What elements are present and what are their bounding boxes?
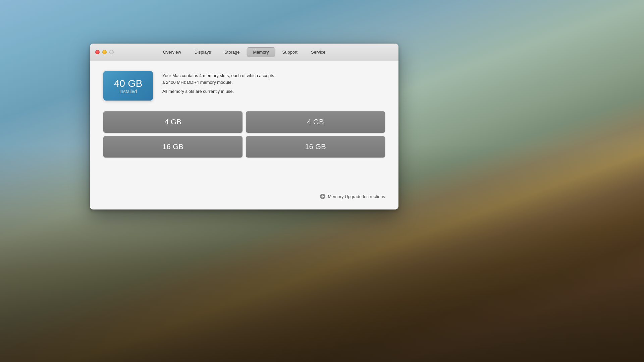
- arrow-icon: [320, 193, 326, 199]
- tab-memory[interactable]: Memory: [247, 47, 275, 57]
- description-line1: Your Mac contains 4 memory slots, each o…: [162, 72, 274, 85]
- tab-storage[interactable]: Storage: [218, 47, 246, 57]
- about-this-mac-window: Overview Displays Storage Memory Support…: [90, 44, 398, 209]
- tab-overview[interactable]: Overview: [157, 47, 187, 57]
- memory-amount: 40 GB: [114, 78, 142, 89]
- memory-slots-grid: 4 GB 4 GB 16 GB 16 GB: [103, 111, 385, 158]
- content-area: 40 GB Installed Your Mac contains 4 memo…: [90, 61, 398, 209]
- memory-slot-2: 4 GB: [246, 111, 385, 133]
- tab-support[interactable]: Support: [276, 47, 304, 57]
- upgrade-link-label: Memory Upgrade Instructions: [328, 194, 385, 199]
- description-line3: All memory slots are currently in use.: [162, 88, 274, 95]
- close-button[interactable]: [95, 50, 100, 54]
- memory-badge: 40 GB Installed: [103, 71, 153, 101]
- memory-installed-label: Installed: [119, 89, 137, 94]
- tab-service[interactable]: Service: [305, 47, 332, 57]
- top-section: 40 GB Installed Your Mac contains 4 memo…: [103, 71, 385, 101]
- memory-slot-4: 16 GB: [246, 136, 385, 158]
- tab-bar: Overview Displays Storage Memory Support…: [157, 47, 332, 57]
- memory-description: Your Mac contains 4 memory slots, each o…: [162, 71, 274, 95]
- title-bar: Overview Displays Storage Memory Support…: [90, 44, 398, 61]
- memory-upgrade-link[interactable]: Memory Upgrade Instructions: [320, 193, 385, 199]
- memory-slot-3: 16 GB: [103, 136, 243, 158]
- minimize-button[interactable]: [102, 50, 107, 54]
- tab-displays[interactable]: Displays: [188, 47, 217, 57]
- bottom-bar: Memory Upgrade Instructions: [103, 188, 385, 199]
- traffic-lights: [95, 50, 114, 54]
- memory-slot-1: 4 GB: [103, 111, 243, 133]
- maximize-button[interactable]: [109, 50, 114, 54]
